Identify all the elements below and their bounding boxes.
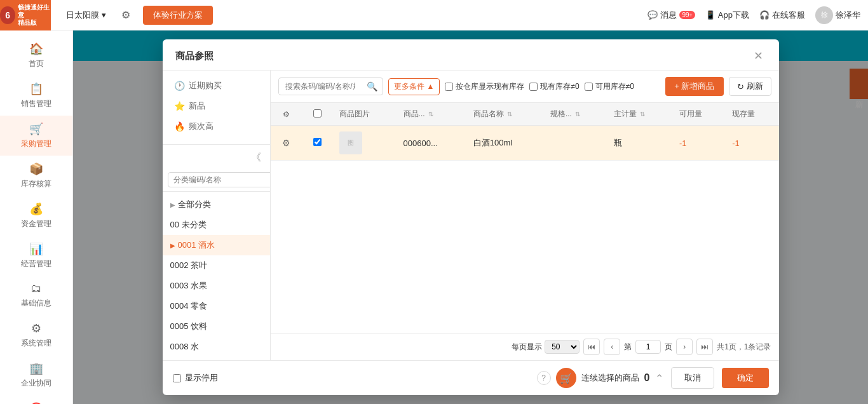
collapse-cart-button[interactable]: ⌃ bbox=[655, 372, 663, 384]
unit-sort-icon[interactable]: ⇅ bbox=[640, 111, 645, 118]
current-stock-filter[interactable]: 现有库存≠0 bbox=[529, 81, 579, 92]
modal-close-button[interactable]: ✕ bbox=[751, 48, 766, 64]
modal-tab-recent[interactable]: 🕐近期购买 bbox=[168, 76, 265, 96]
table-row[interactable]: ⚙ 图 000600... 白酒100ml 瓶 -1 -1 bbox=[271, 126, 779, 161]
row-settings-icon-0[interactable]: ⚙ bbox=[282, 138, 290, 148]
cancel-button[interactable]: 取消 bbox=[671, 367, 714, 389]
sidebar-item-guide[interactable]: 🎯新手引导 bbox=[0, 395, 72, 404]
sidebar-item-ops[interactable]: 📊经营管理 bbox=[0, 236, 72, 276]
category-item-0005[interactable]: 0005 饮料 bbox=[163, 316, 270, 337]
col-image: 商品图片 bbox=[333, 103, 397, 126]
warehouse-filter[interactable]: 按仓库显示现有库存 bbox=[445, 81, 524, 92]
collapse-sidebar-button[interactable]: 《 bbox=[247, 150, 265, 166]
refresh-button[interactable]: ↻ 刷新 bbox=[729, 77, 771, 96]
select-all-checkbox[interactable] bbox=[313, 109, 322, 118]
sidebar-icon-guide: 🎯 bbox=[29, 401, 43, 404]
modal-tab-new[interactable]: ⭐新品 bbox=[168, 96, 265, 116]
cat-label-0008: 0008 水 bbox=[170, 341, 200, 353]
col-check bbox=[302, 103, 333, 126]
page-size-dropdown[interactable]: 50 10 20 100 bbox=[545, 340, 580, 354]
refresh-label: 刷新 bbox=[747, 81, 763, 92]
help-icon-button[interactable]: ? bbox=[537, 371, 551, 385]
settings-header-icon[interactable]: ⚙ bbox=[283, 110, 290, 119]
name-sort-icon[interactable]: ⇅ bbox=[507, 111, 512, 118]
sidebar-label-inventory: 库存核算 bbox=[21, 178, 51, 189]
messages-nav-item[interactable]: 💬 消息 99+ bbox=[648, 10, 695, 21]
available-stock-checkbox[interactable] bbox=[585, 83, 593, 91]
code-sort-icon[interactable]: ⇅ bbox=[428, 111, 433, 118]
cat-label-0004: 0004 零食 bbox=[170, 300, 208, 312]
sidebar-item-base[interactable]: 🗂基础信息 bbox=[0, 276, 72, 315]
sidebar-item-enterprise[interactable]: 🏢企业协同 bbox=[0, 355, 72, 395]
toolbar-right: + 新增商品 ↻ 刷新 bbox=[665, 77, 771, 96]
brand-logo: 6 畅捷通好生意 精品版 bbox=[0, 0, 51, 30]
col-name: 商品名称 ⇅ bbox=[467, 103, 544, 126]
modal-toolbar: 🔍 更多条件 ▲ 按仓库显示现有库存 bbox=[271, 71, 779, 103]
sidebar-item-asset[interactable]: 💰资金管理 bbox=[0, 196, 72, 236]
col-spec: 规格... ⇅ bbox=[544, 103, 607, 126]
prev-page-button[interactable]: ‹ bbox=[604, 339, 620, 355]
row-check-0 bbox=[302, 126, 333, 161]
sidebar-icon-inventory: 📦 bbox=[29, 162, 43, 176]
category-item-0003[interactable]: 0003 水果 bbox=[163, 276, 270, 296]
modal-sidebar-tabs: 🕐近期购买⭐新品🔥频次高 bbox=[163, 71, 270, 142]
first-page-button[interactable]: ⏮ bbox=[583, 339, 600, 355]
pagination-bar: 每页显示 50 10 20 100 ⏮ ‹ 第 bbox=[271, 333, 779, 360]
add-product-button[interactable]: + 新增商品 bbox=[665, 77, 723, 96]
avatar: 徐 bbox=[815, 6, 833, 24]
show-disabled-checkbox[interactable] bbox=[173, 374, 181, 382]
last-page-button[interactable]: ⏭ bbox=[696, 339, 713, 355]
sidebar-item-sales[interactable]: 📋销售管理 bbox=[0, 76, 72, 116]
product-search-button[interactable]: 🔍 bbox=[362, 78, 383, 95]
cat-label-0002: 0002 茶叶 bbox=[170, 260, 208, 271]
app-download-item[interactable]: 📱 App下载 bbox=[705, 10, 749, 21]
cart-area: ? 🛒 连续选择的商品 0 ⌃ bbox=[537, 368, 663, 388]
nav-selector[interactable]: 日太阳膜 ▾ bbox=[61, 7, 111, 24]
sidebar-label-ops: 经营管理 bbox=[21, 259, 51, 269]
category-search-input[interactable] bbox=[168, 172, 271, 187]
product-search-input[interactable] bbox=[279, 79, 362, 94]
sidebar-icon-asset: 💰 bbox=[29, 202, 43, 216]
spec-sort-icon[interactable]: ⇅ bbox=[575, 111, 580, 118]
sidebar-label-system: 系统管理 bbox=[21, 338, 51, 349]
category-item-00[interactable]: 00 未分类 bbox=[163, 215, 270, 235]
available-stock-filter[interactable]: 可用库存≠0 bbox=[585, 81, 634, 92]
confirm-button[interactable]: 确定 bbox=[722, 368, 769, 388]
category-item-all[interactable]: ▶全部分类 bbox=[163, 194, 270, 215]
user-nav-item[interactable]: 徐 徐泽华 bbox=[815, 6, 860, 24]
chevron-down-icon: ▾ bbox=[102, 10, 106, 20]
next-page-button[interactable]: › bbox=[676, 339, 693, 355]
show-disabled-label[interactable]: 显示停用 bbox=[173, 372, 218, 384]
gear-button[interactable]: ⚙ bbox=[116, 6, 135, 25]
row-stock-0: -1 bbox=[726, 126, 778, 161]
tab-icon-frequent: 🔥 bbox=[174, 121, 185, 131]
category-item-0002[interactable]: 0002 茶叶 bbox=[163, 255, 270, 276]
more-filter-button[interactable]: 更多条件 ▲ bbox=[388, 78, 440, 95]
category-item-0001[interactable]: ▶0001 酒水 bbox=[163, 235, 270, 255]
cart-button[interactable]: 🛒 bbox=[556, 368, 576, 388]
sidebar-item-inventory[interactable]: 📦库存核算 bbox=[0, 156, 72, 196]
category-tree: ▶全部分类00 未分类▶0001 酒水0002 茶叶0003 水果0004 零食… bbox=[163, 192, 270, 360]
col-code: 商品... ⇅ bbox=[397, 103, 467, 126]
experience-btn[interactable]: 体验行业方案 bbox=[143, 6, 213, 25]
modal-tab-frequent[interactable]: 🔥频次高 bbox=[168, 116, 265, 137]
sidebar-item-home[interactable]: 🏠首页 bbox=[0, 36, 72, 76]
sidebar-label-home: 首页 bbox=[29, 58, 44, 69]
page-number-input[interactable] bbox=[635, 340, 661, 354]
row-unit-0: 瓶 bbox=[607, 126, 673, 161]
row-settings-0: ⚙ bbox=[271, 126, 302, 161]
sidebar: 🏠首页📋销售管理🛒采购管理📦库存核算💰资金管理📊经营管理🗂基础信息⚙系统管理🏢企… bbox=[0, 30, 73, 404]
col-stock: 现存量 bbox=[726, 103, 778, 126]
category-item-0004[interactable]: 0004 零食 bbox=[163, 296, 270, 316]
current-stock-checkbox[interactable] bbox=[529, 83, 538, 91]
warehouse-checkbox[interactable] bbox=[445, 83, 453, 91]
row-available-0: -1 bbox=[673, 126, 726, 161]
sidebar-item-purchase[interactable]: 🛒采购管理 bbox=[0, 116, 72, 156]
cart-count: 0 bbox=[644, 372, 650, 384]
cat-label-00: 00 未分类 bbox=[170, 219, 207, 231]
filter-label: 更多条件 bbox=[394, 81, 424, 92]
sidebar-item-system[interactable]: ⚙系统管理 bbox=[0, 315, 72, 355]
online-service-item[interactable]: 🎧 在线客服 bbox=[759, 10, 805, 21]
category-item-0008[interactable]: 0008 水 bbox=[163, 337, 270, 357]
row-checkbox-0[interactable] bbox=[313, 138, 322, 146]
